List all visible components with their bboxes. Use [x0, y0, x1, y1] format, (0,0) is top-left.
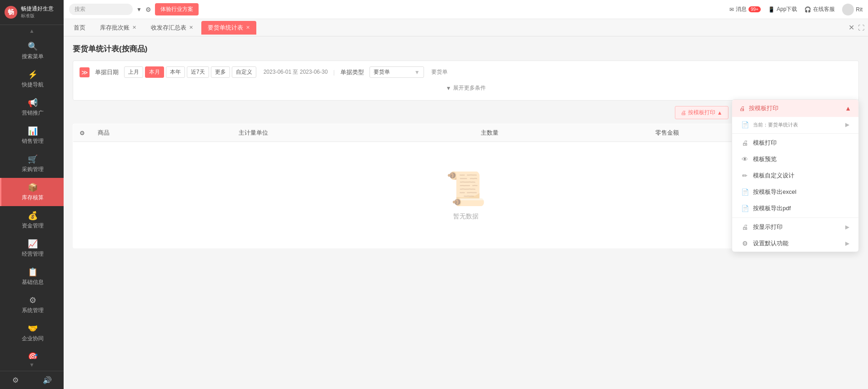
trial-button[interactable]: 体验行业方案 [155, 3, 199, 15]
scroll-up-icon[interactable]: ▲ [28, 27, 35, 35]
export-pdf-icon: 📄 [741, 205, 748, 212]
tab-summary[interactable]: 收发存汇总表✕ [145, 21, 200, 35]
template-preview-icon: 👁 [741, 156, 748, 163]
topbar-dropdown-icon[interactable]: ▼ [136, 6, 142, 13]
expand-filter-button[interactable]: ▼ 展开更多条件 [439, 81, 493, 95]
dropdown-print-icon: 🖨 [739, 105, 745, 112]
sidebar-item-inventory[interactable]: 📦 库存核算 [0, 178, 64, 206]
date-btn-上月[interactable]: 上月 [124, 66, 143, 78]
topbar-gear-icon[interactable]: ⚙ [145, 6, 151, 13]
print-chevron-icon: ▲ [717, 110, 723, 116]
sidebar-item-system[interactable]: ⚙ 系统管理 [0, 291, 64, 319]
type-select-chevron: ▼ [414, 69, 420, 76]
scroll-up-btn[interactable]: ▲ [0, 25, 64, 37]
print-template-button[interactable]: 🖨 按模板打印 ▲ [675, 106, 728, 119]
message-btn[interactable]: ✉ 消息 99+ [729, 5, 761, 13]
tab-close-summary[interactable]: ✕ [189, 25, 193, 30]
tab-order-stats[interactable]: 要货单统计表✕ [201, 21, 256, 35]
dropdown-divider-2 [732, 217, 858, 218]
date-btn-近7天[interactable]: 近7天 [187, 66, 209, 78]
main-area: 搜索 ▼ ⚙ 体验行业方案 ✉ 消息 99+ 📱 App下载 🎧 在线客服 Ri… [64, 0, 868, 389]
sidebar-item-label-basic: 基础信息 [22, 278, 44, 286]
user-name: Rit [856, 6, 863, 13]
message-label: 消息 [736, 5, 747, 13]
finance-icon: 💰 [28, 211, 38, 221]
dropdown-display-print[interactable]: 🖨 按显示打印 ▶ [732, 219, 858, 235]
default-func-label: 设置默认功能 [753, 239, 788, 248]
app-download-btn[interactable]: 📱 App下载 [768, 5, 797, 13]
marketing-icon: 📢 [28, 98, 38, 108]
search-bar[interactable]: 搜索 [69, 4, 133, 15]
sidebar-item-collab[interactable]: 🤝 企业协同 [0, 319, 64, 347]
tab-label-home: 首页 [74, 24, 85, 32]
order-label-extra: 要货单 [431, 68, 448, 76]
dropdown-header[interactable]: 🖨 按模板打印 ▲ [732, 100, 858, 117]
basic-icon: 📋 [28, 267, 38, 277]
template-print-label: 模板打印 [753, 139, 777, 147]
tab-home[interactable]: 首页 [67, 21, 92, 35]
tab-list: 首页库存批次账✕收发存汇总表✕要货单统计表✕ [67, 21, 256, 35]
dropdown-close-chevron[interactable]: ▲ [845, 105, 851, 112]
date-buttons: 上月本月本年近7天更多自定义 [124, 66, 256, 78]
topbar-right: ✉ 消息 99+ 📱 App下载 🎧 在线客服 Rit [729, 4, 863, 15]
app-version: 标准版 [21, 13, 54, 19]
dropdown-export-pdf[interactable]: 📄 按模板导出pdf [732, 200, 858, 217]
sidebar-bottom: ⚙ 🔊 [0, 371, 64, 389]
export-excel-icon: 📄 [741, 188, 748, 196]
tab-close-order-stats[interactable]: ✕ [246, 25, 250, 30]
dropdown-current-item[interactable]: 📄 当前：要货单统计表 ▶ [732, 117, 858, 132]
sidebar-item-search[interactable]: 🔍 搜索菜单 [0, 37, 64, 65]
date-btn-自定义[interactable]: 自定义 [232, 66, 256, 78]
topbar: 搜索 ▼ ⚙ 体验行业方案 ✉ 消息 99+ 📱 App下载 🎧 在线客服 Ri… [64, 0, 868, 19]
sidebar-item-quicknav[interactable]: ⚡ 快捷导航 [0, 65, 64, 93]
sidebar-item-label-finance: 资金管理 [22, 222, 44, 230]
tab-close-batch[interactable]: ✕ [132, 25, 136, 30]
scroll-down-btn[interactable]: ▼ [0, 359, 64, 371]
type-select-label: 要货单 [374, 68, 390, 76]
sidebar-item-purchase[interactable]: 🛒 采购管理 [0, 150, 64, 178]
online-service-label: 在线客服 [813, 5, 835, 13]
guide-icon: 🎯 [28, 352, 38, 359]
sidebar-item-basic[interactable]: 📋 基础信息 [0, 263, 64, 291]
user-avatar [842, 4, 854, 15]
sidebar-item-finance[interactable]: 💰 资金管理 [0, 206, 64, 234]
export-pdf-label: 按模板导出pdf [753, 204, 791, 212]
close-all-tabs-icon[interactable]: ✕ [848, 23, 854, 32]
app-download-icon: 📱 [768, 6, 775, 13]
scroll-down-icon[interactable]: ▼ [28, 361, 35, 369]
date-btn-更多[interactable]: 更多 [211, 66, 230, 78]
expand-tabs-icon[interactable]: ⛶ [858, 24, 864, 31]
purchase-icon: 🛒 [28, 154, 38, 164]
dropdown-header-label: 按模板打印 [749, 104, 778, 112]
expand-icon: ▼ [446, 85, 451, 91]
dropdown-template-design[interactable]: ✏ 模板自定义设计 [732, 167, 858, 184]
collab-icon: 🤝 [28, 323, 38, 333]
template-preview-label: 模板预览 [753, 155, 777, 163]
dropdown-template-preview[interactable]: 👁 模板预览 [732, 151, 858, 167]
dropdown-template-print[interactable]: 🖨 模板打印 [732, 135, 858, 151]
col-settings[interactable]: ⚙ [73, 124, 92, 142]
filter-toggle-button[interactable]: ≫ [80, 67, 90, 77]
sidebar-item-sales[interactable]: 📊 销售管理 [0, 121, 64, 150]
dropdown-default-func[interactable]: ⚙ 设置默认功能 ▶ [732, 235, 858, 252]
sound-bottom-icon[interactable]: 🔊 [43, 376, 52, 384]
date-range-display: 2023-06-01 至 2023-06-30 [264, 68, 328, 76]
display-print-arrow: ▶ [845, 224, 849, 230]
template-print-icon: 🖨 [741, 139, 748, 147]
sidebar-item-label-quicknav: 快捷导航 [22, 81, 44, 89]
date-btn-本月[interactable]: 本月 [145, 66, 164, 78]
sidebar-item-marketing[interactable]: 📢 营销推广 [0, 93, 64, 121]
online-service-btn[interactable]: 🎧 在线客服 [804, 5, 835, 13]
settings-bottom-icon[interactable]: ⚙ [12, 376, 19, 384]
dropdown-export-excel[interactable]: 📄 按模板导出excel [732, 184, 858, 200]
user-area[interactable]: Rit [842, 4, 863, 15]
type-select[interactable]: 要货单 ▼ [369, 66, 424, 78]
date-btn-本年[interactable]: 本年 [166, 66, 185, 78]
expand-label: 展开更多条件 [453, 84, 486, 92]
sidebar-item-guide[interactable]: 🎯 新手引导 [0, 347, 64, 359]
default-func-icon: ⚙ [741, 240, 748, 247]
tab-batch[interactable]: 库存批次账✕ [94, 21, 143, 35]
sidebar-item-operations[interactable]: 📈 经营管理 [0, 234, 64, 263]
quicknav-icon: ⚡ [28, 70, 38, 80]
sales-icon: 📊 [28, 126, 38, 136]
